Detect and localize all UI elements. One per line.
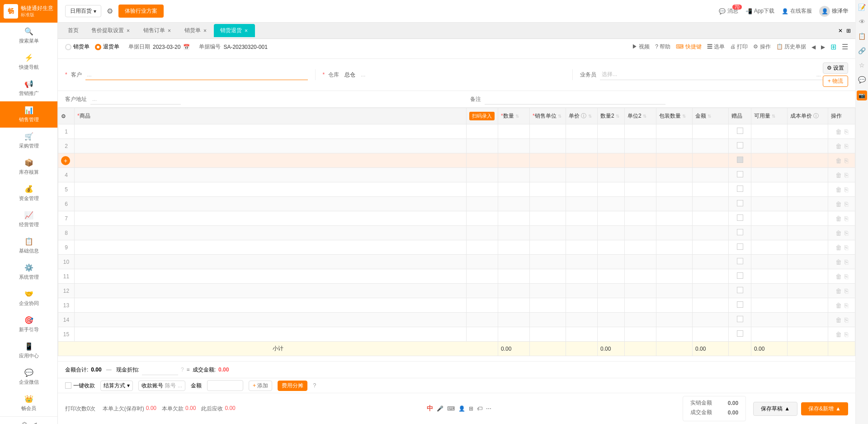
amount-cell[interactable] [693,153,729,168]
amount-cell[interactable] [693,255,729,269]
gift-cell[interactable] [729,124,751,139]
pack-cell[interactable] [656,255,693,269]
operate-btn[interactable]: ⚙ 操作 [753,43,770,51]
copy-row-icon[interactable]: ⎘ [844,331,848,338]
person-icon[interactable]: 👤 [458,405,465,412]
calendar-icon[interactable]: 📅 [183,44,190,50]
qty2-cell[interactable] [598,182,625,197]
tab-home[interactable]: 首页 [61,24,85,37]
price-cell[interactable] [566,327,598,342]
message-button[interactable]: 💬 消息 70 [719,7,738,15]
warehouse-dots[interactable]: ... [361,71,365,78]
one-click-checkbox[interactable] [65,382,71,389]
delete-row-icon[interactable]: 🗑 [835,331,842,338]
unit-cell[interactable] [530,298,566,313]
close-all-tabs-button[interactable]: ✕ [837,28,844,34]
available-cell[interactable] [751,139,788,153]
delete-row-icon[interactable]: 🗑 [835,229,842,237]
cost-cell[interactable] [788,327,828,342]
logistics-button[interactable]: + 物流 [823,76,848,87]
unit-cell[interactable] [530,269,566,284]
delete-row-icon[interactable]: 🗑 [835,128,842,135]
gift-checkbox[interactable] [737,171,743,177]
delete-row-icon[interactable]: 🗑 [835,200,842,208]
add-row-button[interactable]: + [61,156,70,165]
cost-cell[interactable] [788,255,828,269]
gift-checkbox[interactable] [737,186,743,192]
unit2-cell[interactable] [625,313,656,327]
gift-checkbox[interactable] [737,157,743,163]
price-cell[interactable] [566,211,598,226]
gift-cell[interactable] [729,226,751,240]
goods-cell[interactable] [75,313,467,327]
qty-cell[interactable] [498,255,530,269]
sidebar-item-wechat[interactable]: 💬 企业微信 [0,364,57,390]
delete-row-icon[interactable]: 🗑 [835,186,842,193]
col-header-settings[interactable]: ⚙ [58,108,75,124]
tab-close-sales-order[interactable]: × [167,28,172,34]
available-cell[interactable] [751,269,788,284]
sidebar-item-operation[interactable]: 📈 经营管理 [0,206,57,233]
qty2-cell[interactable] [598,240,625,255]
price-cell[interactable] [566,313,598,327]
pack-cell[interactable] [656,139,693,153]
sidebar-item-system[interactable]: ⚙️ 系统管理 [0,259,57,285]
settings-icon[interactable]: ⚙ [61,113,66,119]
unit2-cell[interactable] [625,197,656,211]
available-cell[interactable] [751,240,788,255]
delete-row-icon[interactable]: 🗑 [835,215,842,222]
gift-checkbox[interactable] [737,200,743,206]
available-cell[interactable] [751,255,788,269]
cost-cell[interactable] [788,240,828,255]
gift-checkbox[interactable] [737,128,743,134]
unit2-sort-icon[interactable]: ⇅ [643,114,646,119]
service-button[interactable]: 👤 在线客服 [782,7,812,15]
sidebar-item-enterprise[interactable]: 🤝 企业协同 [0,285,57,311]
price-cell[interactable] [566,153,598,168]
cost-cell[interactable] [788,269,828,284]
pack-cell[interactable] [656,269,693,284]
pack-sort-icon[interactable]: ⇅ [682,114,686,119]
qty-cell[interactable] [498,226,530,240]
one-click-payment-checkbox[interactable]: 一键收款 [65,382,95,390]
delete-row-icon[interactable]: 🗑 [835,302,842,309]
goods-cell[interactable] [75,153,467,168]
gift-cell[interactable] [729,211,751,226]
copy-row-icon[interactable]: ⎘ [844,128,848,135]
mic-icon[interactable]: 🎤 [437,405,443,412]
available-cell[interactable] [751,327,788,342]
gift-cell[interactable] [729,182,751,197]
amount-cell[interactable] [693,298,729,313]
copy-row-icon[interactable]: ⎘ [844,157,848,164]
sidebar-item-shortcut[interactable]: ⚡ 快捷导航 [0,49,57,75]
qty-cell[interactable] [498,327,530,342]
keyboard-icon[interactable]: ⌨ [447,405,455,412]
gift-checkbox[interactable] [737,229,743,235]
goods-cell[interactable] [75,240,467,255]
tab-sales[interactable]: 销货单 × [178,24,214,37]
gift-cell[interactable] [729,327,751,342]
unit-cell[interactable] [530,211,566,226]
avail-sort-icon[interactable]: ⇅ [772,114,775,119]
pack-cell[interactable] [656,313,693,327]
grid-tool-icon[interactable]: ⊞ [469,405,473,412]
pack-cell[interactable] [656,168,693,182]
gift-cell[interactable] [729,269,751,284]
goods-cell[interactable] [75,269,467,284]
copy-row-icon[interactable]: ⎘ [844,172,848,179]
unit-cell[interactable] [530,327,566,342]
right-panel-icon3[interactable]: 📋 [858,33,866,40]
save-draft-button[interactable]: 保存草稿 ▲ [753,402,797,416]
tab-sales-order[interactable]: 销售订单 × [137,24,178,37]
available-cell[interactable] [751,284,788,298]
gift-cell[interactable] [729,139,751,153]
goods-cell[interactable] [75,197,467,211]
right-panel-icon7[interactable]: 📷 [857,91,867,100]
sidebar-item-inventory[interactable]: 📦 库存核算 [0,154,57,180]
available-cell[interactable] [751,197,788,211]
qty2-cell[interactable] [598,269,625,284]
unit2-cell[interactable] [625,226,656,240]
tab-close-price-settings[interactable]: × [126,28,131,34]
cost-cell[interactable] [788,124,828,139]
qty-cell[interactable] [498,298,530,313]
